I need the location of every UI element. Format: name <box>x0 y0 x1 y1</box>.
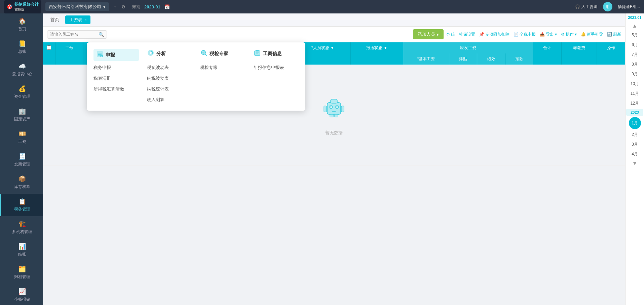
refresh-icon: 🔄 <box>607 32 612 37</box>
company-name: 西安虾米网络科技有限公司 <box>49 4 101 10</box>
th2-total <box>533 53 561 65</box>
menu-item-tax-declaration[interactable]: 税务申报 <box>93 64 139 72</box>
select-all-checkbox[interactable] <box>47 45 51 50</box>
sidebar-label-settlement: 结账 <box>18 252 26 257</box>
sidebar-label-salary: 工资 <box>18 139 26 145</box>
plus-icon[interactable]: ＋ <box>113 4 117 10</box>
calendar-month-2[interactable]: 2月 <box>626 130 644 140</box>
calendar-month-3[interactable]: 3月 <box>626 140 644 149</box>
svg-rect-5 <box>255 51 260 55</box>
sidebar-item-fund[interactable]: 💰 资金管理 <box>0 81 43 104</box>
invoice-icon: 🧾 <box>18 153 26 160</box>
app-logo: 🎯 畅捷通好会计 旗舰版 <box>4 0 41 13</box>
special-deduct-btn[interactable]: 📌 专项附加扣除 <box>479 32 509 37</box>
sidebar-item-archive[interactable]: 🗂️ 归档管理 <box>0 261 43 284</box>
svg-point-3 <box>150 52 152 54</box>
svg-rect-16 <box>324 106 327 112</box>
calendar-month-12[interactable]: 12月 <box>626 99 644 108</box>
empty-robot-icon <box>320 94 347 126</box>
add-person-button[interactable]: 添加人员 ▾ <box>413 29 444 39</box>
sidebar-item-fixed-assets[interactable]: 🏢 固定资产 <box>0 104 43 126</box>
support-button[interactable]: 🎧 人工咨询 <box>575 4 598 10</box>
calendar-month-7[interactable]: 7月 <box>626 50 644 60</box>
svg-point-4 <box>201 50 205 54</box>
calendar-icon[interactable]: 📅 <box>164 4 170 9</box>
menu-item-tax-fluctuation-table[interactable]: 纳税波动表 <box>147 74 192 82</box>
sidebar-item-invoice[interactable]: 🧾 发票管理 <box>0 149 43 171</box>
sidebar-item-salary[interactable]: 💴 工资 <box>0 126 43 149</box>
operations-icon: ⚙ <box>561 32 565 37</box>
menu-item-income-estimate[interactable]: 收入测算 <box>147 96 192 104</box>
search-icon: 🔍 <box>99 32 104 37</box>
content-area: 首页 工资表 × 🔍 添加人员 ▾ ⚙ 统一社保设 <box>43 13 625 305</box>
cloud-icon: ☁️ <box>18 63 26 70</box>
th2-operation <box>597 53 625 65</box>
calendar-month-9[interactable]: 9月 <box>626 69 644 79</box>
toolbar-anchor: 🔍 添加人员 ▾ ⚙ 统一社保设置 📌 专项附加扣除 <box>43 27 625 42</box>
archive-icon: 🗂️ <box>18 265 26 273</box>
menu-section-business-info: 工商信息 年报信息申报表 <box>254 49 299 104</box>
fund-icon: 💰 <box>18 85 26 92</box>
sidebar-item-cloud-report[interactable]: ☁️ 云报表中心 <box>0 59 43 81</box>
top-header: 🎯 畅捷通好会计 旗舰版 西安虾米网络科技有限公司 ▾ ＋ ⚙ 账期 2023-… <box>0 0 644 13</box>
operations-btn[interactable]: ⚙ 操作 ▾ <box>561 32 577 37</box>
guide2-icon: 🔔 <box>581 32 586 37</box>
tax-return-btn[interactable]: 📄 个税申报 <box>514 32 536 37</box>
sidebar-label-home: 首页 <box>18 26 26 32</box>
calendar-month-5[interactable]: 5月 <box>626 30 644 40</box>
calendar-month-4[interactable]: 4月 <box>626 149 644 159</box>
svg-rect-9 <box>327 103 341 114</box>
sidebar-item-ledger[interactable]: 📒 总账 <box>0 36 43 59</box>
tab-salary[interactable]: 工资表 × <box>65 15 90 24</box>
search-input[interactable] <box>50 32 97 37</box>
menu-item-tax-table-list[interactable]: 税表清册 <box>93 74 139 82</box>
menu-item-tax-stats-table[interactable]: 纳税统计表 <box>147 85 192 93</box>
add-dropdown-icon: ▾ <box>437 32 439 37</box>
calendar-month-10[interactable]: 10月 <box>626 79 644 89</box>
svg-point-15 <box>336 106 338 108</box>
user-name: 畅捷通B组... <box>618 4 640 10</box>
calendar-month-11[interactable]: 11月 <box>626 89 644 99</box>
sidebar-label-fixed-assets: 固定资产 <box>14 116 30 122</box>
sidebar-item-tax-mgmt[interactable]: 📋 税务管理 <box>0 194 43 216</box>
sidebar-label-xiao-report: 小畅报销 <box>14 297 30 302</box>
business-info-icon <box>254 49 261 58</box>
tab-home[interactable]: 首页 <box>47 15 63 24</box>
sidebar-item-multi-org[interactable]: 🏗️ 多机构管理 <box>0 216 43 239</box>
th-total: 合计 <box>533 42 561 53</box>
sidebar-item-inventory[interactable]: 📦 库存核算 <box>0 171 43 194</box>
calendar-month-6[interactable]: 6月 <box>626 40 644 50</box>
settlement-icon: 📊 <box>18 243 26 250</box>
tab-close-icon[interactable]: × <box>84 18 86 22</box>
calendar-month-8[interactable]: 8月 <box>626 60 644 69</box>
sidebar-item-home[interactable]: 🏠 首页 <box>0 13 43 36</box>
guide-btn[interactable]: 🔔 新手引导 <box>581 32 603 37</box>
sidebar-label-multi-org: 多机构管理 <box>12 229 32 235</box>
calendar-panel: 2023.01 ▲ 5月 6月 7月 8月 9月 10月 11月 12月 202… <box>625 13 644 305</box>
social-settings-btn[interactable]: ⚙ 统一社保设置 <box>446 32 475 37</box>
analysis-header: 分析 <box>147 49 192 61</box>
menu-item-income-tax-clearance[interactable]: 所得税汇算清缴 <box>93 85 139 93</box>
th2-employee-id <box>55 53 83 65</box>
export-btn[interactable]: 📤 导出 ▾ <box>540 32 557 37</box>
settings-icon[interactable]: ⚙ <box>121 4 125 9</box>
menu-item-tax-burden-table[interactable]: 税负波动表 <box>147 64 192 72</box>
fixed-assets-icon: 🏢 <box>18 108 26 115</box>
tax-expert-icon <box>200 49 207 58</box>
menu-item-annual-report[interactable]: 年报信息申报表 <box>254 64 299 72</box>
th-pension: 养老费 <box>561 42 597 53</box>
menu-item-tax-expert[interactable]: 税检专家 <box>200 64 245 72</box>
sidebar-item-settlement[interactable]: 📊 结账 <box>0 239 43 261</box>
scroll-up-icon[interactable]: ▲ <box>626 22 644 30</box>
scroll-down-icon[interactable]: ▼ <box>626 159 644 168</box>
refresh-btn[interactable]: 🔄 刷新 <box>607 32 621 37</box>
calendar-month-1-active[interactable]: 1月 <box>629 117 641 129</box>
svg-rect-6 <box>256 50 259 51</box>
sidebar-item-xiao-report[interactable]: 📈 小畅报销 <box>0 284 43 305</box>
multi-org-icon: 🏗️ <box>18 220 26 228</box>
th-checkbox[interactable] <box>43 42 55 53</box>
sidebar-label-fund: 资金管理 <box>14 94 30 100</box>
company-selector[interactable]: 西安虾米网络科技有限公司 ▾ <box>45 2 109 11</box>
th2-report-status <box>350 53 403 65</box>
refresh-label: 刷新 <box>613 32 621 37</box>
